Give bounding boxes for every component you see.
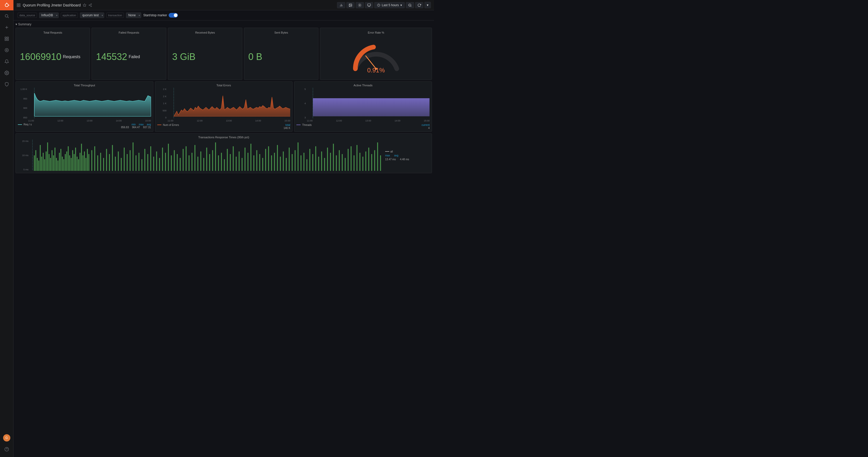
monitor-icon-btn[interactable] <box>365 2 373 8</box>
start-stop-toggle[interactable] <box>168 13 178 18</box>
th-current-val: 4 <box>428 127 430 130</box>
section-header: ▾ Summary <box>16 23 432 26</box>
sidebar-add[interactable] <box>0 22 13 33</box>
tp-avg-label: avg <box>147 123 151 126</box>
time-range-chevron: ▾ <box>400 3 402 7</box>
svg-rect-93 <box>115 157 116 171</box>
total-requests-value: 16069910 Requests <box>20 37 86 76</box>
response-title: Transactions Response Times (95th pct) <box>18 136 430 139</box>
svg-rect-11 <box>7 39 8 41</box>
svg-rect-171 <box>345 158 345 171</box>
svg-rect-83 <box>87 149 88 171</box>
th-x-13: 13:00 <box>365 120 371 122</box>
chart-icon-btn[interactable] <box>337 2 345 8</box>
transaction-select-wrap[interactable]: None <box>126 12 141 18</box>
th-legend-line <box>297 125 301 125</box>
throughput-panel: Total Throughput 1.00 K 950 900 850 <box>16 81 153 132</box>
sidebar-alerting[interactable] <box>0 56 13 67</box>
settings-icon-btn[interactable] <box>355 2 364 8</box>
svg-rect-148 <box>277 145 278 171</box>
svg-rect-133 <box>233 146 234 171</box>
svg-rect-64 <box>59 153 60 171</box>
svg-rect-53 <box>43 153 43 171</box>
svg-rect-104 <box>148 154 148 171</box>
svg-rect-97 <box>127 154 127 171</box>
image-icon-btn[interactable] <box>346 2 354 8</box>
tp-min-val: 856.83 <box>121 126 129 129</box>
zoom-out-btn[interactable] <box>406 2 414 8</box>
resp-max-label: max <box>385 154 390 157</box>
throughput-y-axis: 1.00 K 950 900 850 <box>18 88 28 119</box>
svg-rect-127 <box>215 142 216 171</box>
resp-avg-label: avg <box>394 154 398 157</box>
received-bytes-panel: Received Bytes 3 GiB <box>168 28 242 80</box>
application-select-wrap[interactable]: quorum test <box>80 12 104 18</box>
transaction-label: transaction <box>106 13 124 18</box>
svg-rect-176 <box>360 153 360 171</box>
resp-y-3: 5 ms <box>23 168 28 171</box>
svg-rect-175 <box>356 145 357 171</box>
time-range-label: Last 5 hours <box>382 3 399 7</box>
resp-stat-row: max avg <box>385 154 430 157</box>
svg-rect-111 <box>168 144 168 171</box>
svg-rect-85 <box>91 150 92 171</box>
expand-btn[interactable]: ▾ <box>425 2 431 8</box>
svg-rect-162 <box>318 157 319 171</box>
svg-rect-18 <box>19 4 20 5</box>
y-label-2: 950 <box>18 97 28 100</box>
svg-rect-151 <box>286 158 286 171</box>
svg-rect-73 <box>72 150 73 171</box>
svg-rect-77 <box>78 159 79 171</box>
datasource-select[interactable]: InfluxDB <box>39 12 59 18</box>
share-icon[interactable] <box>89 3 92 7</box>
threads-y-axis: 5 4 3 <box>297 88 307 119</box>
application-select[interactable]: quorum test <box>80 12 104 18</box>
svg-rect-72 <box>71 158 71 171</box>
svg-rect-52 <box>41 157 42 171</box>
application-label: application <box>61 13 78 18</box>
sidebar: G <box>0 0 13 228</box>
svg-rect-58 <box>50 158 51 171</box>
svg-rect-81 <box>84 152 85 171</box>
tp-max-label: max <box>139 123 144 126</box>
err-y-4: 500 <box>157 109 167 112</box>
top-bar: Quorum Profiling Jmeter Dashboard <box>13 0 434 10</box>
error-rate-panel: Error Rate % 0.91% <box>320 28 432 80</box>
svg-rect-88 <box>100 153 101 171</box>
resp-stat-values: 13.47 ms 4.48 ms <box>385 158 430 161</box>
threads-panel: Active Threads 5 4 3 <box>294 81 432 132</box>
svg-rect-116 <box>183 149 183 171</box>
svg-rect-174 <box>353 155 354 171</box>
svg-rect-89 <box>103 158 104 171</box>
sidebar-explore[interactable] <box>0 44 13 56</box>
th-current-container: current <box>422 123 430 127</box>
err-stat-values: 146 K <box>157 127 290 130</box>
star-icon[interactable] <box>83 3 86 7</box>
err-x-15: 15:00 <box>284 120 290 122</box>
refresh-btn[interactable] <box>415 2 424 8</box>
top-bar-icons: Last 5 hours ▾ ▾ <box>337 2 431 8</box>
sidebar-dashboards[interactable] <box>0 33 13 44</box>
svg-rect-84 <box>89 154 89 171</box>
sidebar-shield[interactable] <box>0 78 13 90</box>
svg-rect-47 <box>34 155 35 171</box>
sidebar-search[interactable] <box>0 10 13 22</box>
err-total-container: total <box>285 123 290 127</box>
throughput-svg-wrap <box>28 88 151 119</box>
throughput-chart: 1.00 K 950 900 850 <box>18 88 151 119</box>
svg-rect-136 <box>242 158 242 171</box>
y-label-4: 850 <box>18 116 28 119</box>
transaction-select[interactable]: None <box>126 12 141 18</box>
svg-rect-161 <box>315 146 316 171</box>
time-range-button[interactable]: Last 5 hours ▾ <box>374 2 405 8</box>
datasource-label: data_source <box>18 13 37 18</box>
total-requests-panel: Total Requests 16069910 Requests <box>16 28 90 80</box>
grafana-logo[interactable] <box>0 0 13 10</box>
svg-rect-71 <box>69 155 70 171</box>
svg-rect-155 <box>298 142 299 171</box>
sidebar-settings[interactable] <box>0 67 13 78</box>
svg-rect-182 <box>377 142 378 171</box>
svg-rect-96 <box>124 148 125 171</box>
svg-rect-100 <box>135 155 136 171</box>
datasource-select-wrap[interactable]: InfluxDB <box>39 12 59 18</box>
